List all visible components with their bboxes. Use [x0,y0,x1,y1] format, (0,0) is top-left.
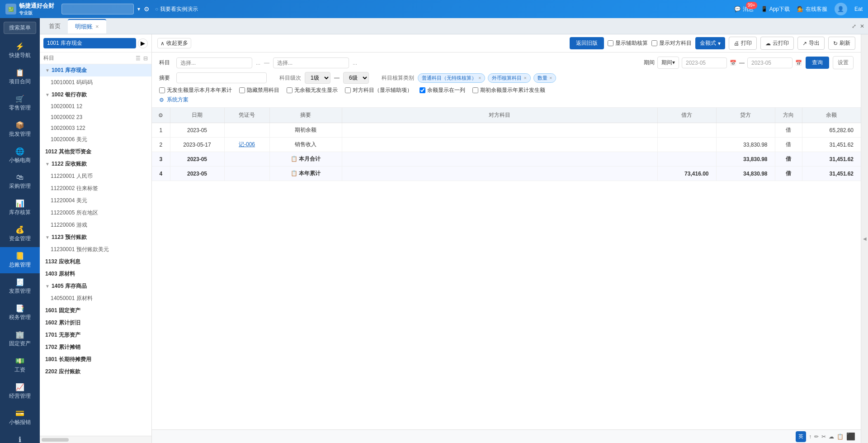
tree-item-10020002[interactable]: 10020002 23 [40,112,151,123]
chk-no-balance2[interactable]: 无余额无发生显示 [287,86,338,94]
message-btn[interactable]: 💬 消息 99+ [734,5,753,13]
sidebar-item-quick-nav[interactable]: ⚡ 快捷导航 [0,38,40,64]
chk-contra[interactable]: 对方科目（显示辅助项） [345,86,412,94]
chk-hide-disabled[interactable]: 隐藏禁用科目 [239,86,279,94]
remove-tag-qty[interactable]: × [549,75,552,81]
setting-btn[interactable]: 设置 [833,56,854,69]
sidebar-item-accounting[interactable]: 📒 总账管理 [0,247,40,273]
chk-contra-input[interactable] [345,87,351,93]
tree-item-1001[interactable]: ▼ 1001 库存现金 [40,64,151,76]
tree-item-10020006[interactable]: 10020006 美元 [40,133,151,146]
export-btn[interactable]: ↗ 导出 [797,37,825,50]
level-to-select[interactable]: 6级1级2级3级 [343,72,369,84]
show-contra-input[interactable] [651,40,657,46]
print-btn[interactable]: 🖨 打印 [729,37,757,50]
sidebar-item-operations[interactable]: 📈 经营管理 [0,378,40,405]
tree-item-1602[interactable]: 1602 累计折旧 [40,317,151,329]
sidebar-item-basic[interactable]: ℹ 基础信息 [0,431,40,443]
tree-item-1122[interactable]: ▼ 1122 应收账款 [40,158,151,170]
tab-home[interactable]: 首页 [43,19,66,33]
chk-opening[interactable]: 期初余额显示年累计发生额 [472,86,545,94]
lang-toggle-btn[interactable]: 英 [796,431,806,442]
sidebar-item-ecommerce[interactable]: 🌐 小畅电商 [0,143,40,169]
sidebar-item-invoice[interactable]: 🧾 发票管理 [0,273,40,300]
tree-item-1702[interactable]: 1702 累计摊销 [40,341,151,353]
search-menu-btn[interactable]: 搜索菜单 [4,22,36,34]
tree-item-11220006[interactable]: 11220006 游戏 [40,219,151,231]
top-search-input[interactable] [61,4,134,14]
format-dropdown-btn[interactable]: 金额式 ▾ [695,37,725,49]
tree-item-10020003[interactable]: 10020003 122 [40,123,151,133]
sidebar-item-finance[interactable]: 💰 资金管理 [0,221,40,247]
tree-item-14050001[interactable]: 14050001 原材料 [40,292,151,305]
sidebar-item-inventory[interactable]: 📊 库存核算 [0,195,40,221]
period-cal-from-icon[interactable]: 📅 [730,60,736,66]
tab-maximize-icon[interactable]: ⤢ [852,23,856,29]
chk-no-balance2-input[interactable] [287,87,292,93]
sidebar-item-purchase[interactable]: 🛍 采购管理 [0,169,40,195]
remove-tag-normal[interactable]: × [478,75,481,81]
tree-item-11220005[interactable]: 11220005 所在地区 [40,207,151,219]
period-from-input[interactable] [682,57,727,68]
search-dropdown-icon[interactable]: ▾ [137,6,140,12]
sidebar-item-project[interactable]: 📋 项目合同 [0,64,40,90]
tree-item-1601[interactable]: 1601 固定资产 [40,305,151,317]
chk-hide-disabled-input[interactable] [239,87,245,93]
cloud-print-btn[interactable]: ☁ 云打印 [760,37,794,50]
filter-icon[interactable]: ⊟ [143,55,148,62]
subject-to-input[interactable] [273,57,349,68]
tree-item-11220001[interactable]: 11220001 人民币 [40,170,151,182]
tree-item-11220004[interactable]: 11220004 美元 [40,195,151,207]
status-icon-arrow[interactable]: ↑ [809,433,811,440]
tree-item-1012[interactable]: 1012 其他货币资金 [40,146,151,158]
settings-icon[interactable]: ⚙ [144,5,150,13]
filter-toggle-btn[interactable]: ∧ 收起更多 [157,38,191,48]
summary-input[interactable] [176,72,267,83]
tree-item-2202[interactable]: 2202 应付账款 [40,366,151,378]
tab-close-window-icon[interactable]: ✕ [860,23,864,29]
account-nav-btn[interactable]: 1001 库存现金 [43,38,136,48]
tree-item-1002[interactable]: ▼ 1002 银行存款 [40,89,151,101]
app-download-btn[interactable]: 📱 App下载 [761,5,790,13]
chk-no-balance-input[interactable] [159,87,165,93]
period-type-select[interactable]: 期间▾ [657,57,679,69]
scheme-label[interactable]: 系统方案 [167,96,189,104]
tree-item-1403[interactable]: 1403 原材料 [40,268,151,280]
user-avatar[interactable]: 👤 [835,3,847,15]
filter-tag-normal[interactable]: 普通科目（无特殊核算） × [418,73,485,83]
tree-item-1801[interactable]: 1801 长期待摊费用 [40,353,151,366]
status-icon-cloud[interactable]: ☁ [829,433,834,440]
remove-tag-fx[interactable]: × [524,75,526,81]
sidebar-item-wholesale[interactable]: 📦 批发管理 [0,116,40,143]
period-to-input[interactable] [747,57,793,68]
tree-item-1701[interactable]: 1701 无形资产 [40,329,151,341]
sidebar-item-tax[interactable]: 📑 税务管理 [0,300,40,326]
tree-item-1132[interactable]: 1132 应收利息 [40,256,151,268]
tree-item-10020001[interactable]: 10020001 12 [40,101,151,112]
chk-opening-input[interactable] [472,87,478,93]
gear-header-icon[interactable]: ⚙ [158,112,163,119]
tab-close-btn[interactable]: × [95,23,99,30]
return-old-btn[interactable]: 返回旧版 [570,37,604,49]
right-collapse-btn[interactable]: ◀ [861,34,868,443]
sidebar-item-retail[interactable]: 🛒 零售管理 [0,90,40,116]
status-icon-edit[interactable]: ✏ [814,433,819,440]
period-cal-to-icon[interactable]: 📅 [795,60,802,66]
voucher-link[interactable]: 记-006 [239,141,255,148]
status-icon-clip[interactable]: 📋 [837,433,844,440]
chk-balance-single[interactable]: 余额显示在一列 [420,86,465,94]
filter-tag-fx[interactable]: 外币核算科目 × [488,73,530,83]
show-aux-checkbox[interactable]: 显示辅助核算 [608,39,648,47]
tree-item-11230001[interactable]: 11230001 预付账款美元 [40,243,151,256]
tree-item-1123[interactable]: ▼ 1123 预付账款 [40,231,151,243]
status-icon-box[interactable]: ⬛ [846,432,855,441]
tab-detail[interactable]: 明细账 × [68,19,106,33]
filter-tag-qty[interactable]: 数量 × [533,73,556,83]
status-icon-scissors[interactable]: ✂ [821,433,826,440]
account-nav-next-btn[interactable]: ▶ [138,38,148,48]
chk-no-balance[interactable]: 无发生额显示本月本年累计 [159,86,232,94]
subject-from-input[interactable] [176,57,252,68]
tree-item-1405[interactable]: ▼ 1405 库存商品 [40,280,151,292]
refresh-btn[interactable]: ↻ 刷新 [828,37,855,50]
query-btn[interactable]: 查询 [806,57,829,69]
